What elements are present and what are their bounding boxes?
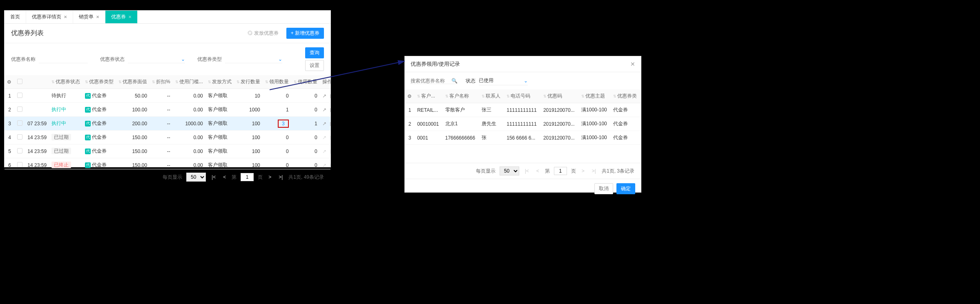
sort-icon[interactable]: ⇅ — [208, 80, 211, 84]
cell-check[interactable] — [15, 158, 25, 169]
open-icon[interactable]: ↗ — [322, 121, 326, 126]
table-row[interactable]: 3000117666666666张156 6666 6...2019120070… — [405, 131, 641, 145]
modal-table-wrap[interactable]: ⚙⇅客户...⇅客户名称⇅联系人⇅电话号码⇅优惠码⇅优惠主题⇅优惠券类 1RET… — [405, 89, 641, 163]
col-use[interactable]: ⇅使用数量 — [291, 75, 320, 89]
col-subject[interactable]: ⇅优惠主题 — [579, 89, 611, 103]
sort-icon[interactable]: ⇅ — [482, 94, 485, 98]
sort-icon[interactable]: ⇅ — [175, 80, 179, 84]
sort-icon[interactable]: ⇅ — [543, 94, 547, 98]
col-status[interactable]: ⇅优惠券状态 — [49, 75, 83, 89]
cell-time: 14 23:59 — [25, 158, 49, 169]
col-code[interactable]: ⇅优惠码 — [541, 89, 579, 103]
sort-icon[interactable]: ⇅ — [51, 80, 55, 84]
prev-page-button[interactable]: < — [535, 168, 541, 174]
cell-check[interactable] — [15, 117, 25, 131]
table-row[interactable]: 1RETAIL...零散客户张三111111111112019120070...… — [405, 103, 641, 117]
add-coupon-button[interactable]: + 新增优惠券 — [286, 28, 324, 39]
search-icon[interactable]: 🔍 — [451, 78, 458, 84]
col-dist[interactable]: ⇅发放方式 — [205, 75, 234, 89]
table-row[interactable]: 614 23:59已终止代代金券150.00--0.00客户领取10000↗▦ — [4, 158, 330, 169]
col-phone[interactable]: ⇅电话号码 — [504, 89, 541, 103]
col-gear[interactable]: ⚙ — [405, 89, 415, 103]
tab-优惠券详情页[interactable]: 优惠券详情页✕ — [26, 11, 73, 23]
col-claim[interactable]: ⇅领用数量 — [263, 75, 291, 89]
distribute-coupon-button[interactable]: ◎ 发放优惠券 — [243, 28, 283, 39]
qr-icon[interactable]: ▦ — [330, 93, 330, 99]
sort-icon[interactable]: ⇅ — [613, 94, 616, 98]
col-gear[interactable]: ⚙ — [4, 75, 15, 89]
close-icon[interactable]: ✕ — [630, 61, 635, 67]
cell-check[interactable] — [15, 89, 25, 103]
sort-icon[interactable]: ⇅ — [118, 80, 122, 84]
query-button[interactable]: 查询 — [305, 47, 324, 58]
qr-icon[interactable]: ▦ — [330, 162, 330, 168]
filter-status-select[interactable]: ⌄ — [128, 55, 185, 63]
per-page-select[interactable]: 50 — [500, 166, 519, 175]
tab-销货单[interactable]: 销货单✕ — [73, 11, 105, 23]
col-cust-name[interactable]: ⇅客户名称 — [443, 89, 480, 103]
first-page-button[interactable]: |< — [210, 174, 217, 180]
open-icon[interactable]: ↗ — [322, 107, 326, 113]
page-input[interactable] — [554, 167, 567, 175]
claim-link[interactable]: 3 — [278, 120, 289, 128]
settings-button[interactable]: 设置 — [305, 60, 324, 71]
confirm-button[interactable]: 确定 — [616, 183, 635, 194]
sort-icon[interactable]: ⇅ — [152, 80, 155, 84]
col-contact[interactable]: ⇅联系人 — [479, 89, 504, 103]
sort-icon[interactable]: ⇅ — [265, 80, 268, 84]
sort-icon[interactable]: ⇅ — [507, 94, 510, 98]
table-row[interactable]: 1待执行代代金券50.00--0.00客户领取1000↗▦ — [4, 89, 330, 103]
col-face[interactable]: ⇅优惠券面值 — [116, 75, 150, 89]
sort-icon[interactable]: ⇅ — [85, 80, 88, 84]
sort-icon[interactable]: ⇅ — [581, 94, 585, 98]
open-icon[interactable]: ↗ — [322, 93, 326, 99]
filter-type-select[interactable]: ⌄ — [225, 55, 282, 63]
sort-icon[interactable]: ⇅ — [417, 94, 420, 98]
prev-page-button[interactable]: < — [221, 174, 228, 180]
cell-action: ↗▦ — [320, 117, 330, 131]
sort-icon[interactable]: ⇅ — [237, 80, 240, 84]
tab-优惠券[interactable]: 优惠券✕ — [105, 11, 138, 23]
col-cust-code[interactable]: ⇅客户... — [415, 89, 443, 103]
cell-check[interactable] — [15, 144, 25, 158]
table-row[interactable]: 514 23:59已过期代代金券150.00--0.00客户领取10000↗▦ — [4, 144, 330, 158]
close-icon[interactable]: ✕ — [128, 15, 132, 19]
filter-name-input[interactable] — [39, 55, 88, 63]
table-row[interactable]: 307 23:59执行中代代金券200.00--1000.00客户领取10031… — [4, 117, 330, 131]
col-threshold[interactable]: ⇅使用门槛... — [173, 75, 205, 89]
next-page-button[interactable]: > — [580, 168, 586, 174]
first-page-button[interactable]: |< — [523, 168, 531, 174]
sort-icon[interactable]: ⇅ — [445, 94, 449, 98]
open-icon[interactable]: ↗ — [322, 149, 326, 154]
table-row[interactable]: 414 23:59已过期代代金券150.00--0.00客户领取10000↗▦ — [4, 131, 330, 144]
close-icon[interactable]: ✕ — [64, 15, 67, 19]
qr-icon[interactable]: ▦ — [330, 135, 330, 140]
col-type[interactable]: ⇅优惠券类型 — [83, 75, 116, 89]
col-discount[interactable]: ⇅折扣% — [150, 75, 173, 89]
cell-face: 150.00 — [116, 158, 150, 169]
open-icon[interactable]: ↗ — [322, 162, 326, 168]
cell-check[interactable] — [15, 103, 25, 117]
per-page-select[interactable]: 50 — [186, 173, 206, 182]
cell-check[interactable] — [15, 131, 25, 144]
tab-首页[interactable]: 首页 — [4, 11, 26, 23]
modal-status-select[interactable]: 已使用 ⌄ — [479, 76, 528, 85]
open-icon[interactable]: ↗ — [322, 135, 326, 140]
page-input[interactable] — [241, 173, 254, 181]
qr-icon[interactable]: ▦ — [330, 107, 330, 113]
next-page-button[interactable]: > — [267, 174, 273, 180]
coupon-table-wrap[interactable]: ⚙⇅优惠券状态⇅优惠券类型⇅优惠券面值⇅折扣%⇅使用门槛...⇅发放方式⇅发行数… — [4, 75, 330, 169]
col-type[interactable]: ⇅优惠券类 — [611, 89, 641, 103]
col-check[interactable] — [15, 75, 25, 89]
table-row[interactable]: 2执行中代代金券100.00--0.00客户领取100010↗▦ — [4, 103, 330, 117]
close-icon[interactable]: ✕ — [96, 15, 99, 19]
modal-search-input[interactable] — [411, 78, 451, 84]
cancel-button[interactable]: 取消 — [594, 183, 613, 194]
sort-icon[interactable]: ⇅ — [294, 80, 297, 84]
col-issue[interactable]: ⇅发行数量 — [234, 75, 263, 89]
last-page-button[interactable]: >| — [277, 174, 284, 180]
qr-icon[interactable]: ▦ — [330, 121, 330, 126]
table-row[interactable]: 200010001北京1唐先生111111111112019120070...满… — [405, 117, 641, 131]
last-page-button[interactable]: >| — [590, 168, 598, 174]
qr-icon[interactable]: ▦ — [330, 149, 330, 154]
